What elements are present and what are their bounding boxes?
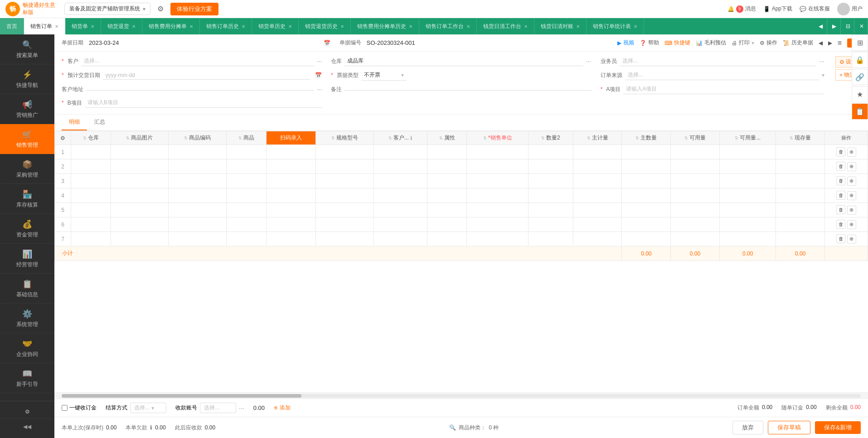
view-video-btn[interactable]: ▶ 视频 [617,39,634,47]
cell-product-code[interactable] [169,217,227,232]
cell-product-code[interactable] [169,203,227,217]
cell-product-code[interactable] [169,145,227,159]
delete-icon[interactable]: 🗑 [836,162,845,171]
cell-qty2[interactable] [529,159,573,174]
cell-product-image[interactable] [111,159,169,174]
cell-available[interactable] [671,217,720,232]
calendar-icon[interactable]: 📅 [315,72,322,78]
table-wrapper[interactable]: ⚙ ⇅仓库 ⇅商品图片 ⇅商品编码 [54,131,868,392]
order-source-input[interactable]: 选择... [625,70,819,80]
account-select[interactable]: 选择... [200,403,236,413]
cell-current[interactable] [776,232,825,246]
delete-icon[interactable]: 🗑 [836,191,845,200]
cell-spec[interactable] [316,174,374,188]
delete-icon[interactable]: 🗑 [836,147,845,156]
cell-available[interactable] [671,188,720,203]
cell-available2[interactable] [719,203,776,217]
cell-main-qty[interactable] [622,174,671,188]
side-star-btn[interactable]: ★ [852,86,868,102]
close-icon[interactable]: ✕ [242,24,245,29]
copy-icon[interactable]: ⊕ [847,220,856,229]
shortcut-btn[interactable]: ⌨ 快捷键 [664,39,690,47]
sidebar-item-quicknav[interactable]: ⚡ 快捷导航 [0,64,54,94]
close-icon[interactable]: ✕ [466,24,470,29]
table-row[interactable]: 7 🗑 ⊕ [55,232,868,246]
th-product[interactable]: ⇅商品 [227,131,267,145]
cell-unit[interactable] [467,174,529,188]
cell-main-qty[interactable] [622,217,671,232]
cell-product-image[interactable] [111,203,169,217]
customer-input[interactable]: 选择... [81,56,314,66]
copy-icon[interactable]: ⊕ [847,206,856,215]
cell-action[interactable]: 🗑 ⊕ [825,159,868,174]
cell-main-qty[interactable] [622,159,671,174]
sidebar-item-finance[interactable]: 💰 资金管理 [0,214,54,244]
cell-customer-code[interactable] [374,203,427,217]
th-current[interactable]: ⇅现存量 [776,131,825,145]
cell-product-image[interactable] [111,188,169,203]
cell-product-image[interactable] [111,217,169,232]
cell-product[interactable] [227,217,267,232]
ticket-type-select[interactable]: 不开票 ▾ [361,70,407,81]
operation-btn[interactable]: ⚙ 操作 [760,39,777,47]
cell-unit[interactable] [467,145,529,159]
close-icon[interactable]: ✕ [288,24,292,29]
th-available[interactable]: ⇅可用量 [671,131,720,145]
side-lock-btn[interactable]: 🔒 [852,52,868,68]
cell-available2[interactable] [719,174,776,188]
cell-customer-code[interactable] [374,159,427,174]
cell-attribute[interactable] [427,232,467,246]
cell-current[interactable] [776,217,825,232]
tab-bill-history[interactable]: 销货单历史 ✕ [252,18,299,34]
cell-current[interactable] [776,203,825,217]
copy-icon[interactable]: ⊕ [847,191,856,200]
cell-product-image[interactable] [111,232,169,246]
tab-sales-stats[interactable]: 销售订单统计表 ✕ [587,18,644,34]
side-grid-btn[interactable]: ⊞ [852,34,868,51]
app-download-btn[interactable]: 📱 App下载 [763,5,792,13]
one-click-checkbox[interactable]: 一键收订金 [62,404,97,412]
tab-sales-bill[interactable]: 销货单 ✕ [65,18,101,34]
cell-customer-code[interactable] [374,145,427,159]
cell-customer-code[interactable] [374,232,427,246]
cell-attribute[interactable] [427,145,467,159]
cell-action[interactable]: 🗑 ⊕ [825,188,868,203]
cell-spec[interactable] [316,203,374,217]
close-icon[interactable]: ✕ [634,24,637,29]
sidebar-item-enterprise[interactable]: 🤝 企业协同 [0,333,54,363]
cell-action[interactable]: 🗑 ⊕ [825,145,868,159]
cell-available2[interactable] [719,159,776,174]
cell-unit[interactable] [467,217,529,232]
sidebar-item-base[interactable]: 📋 基础信息 [0,274,54,303]
cell-main-unit[interactable] [573,174,622,188]
table-row[interactable]: 4 🗑 ⊕ [55,188,868,203]
tab-expense-history[interactable]: 销售费用分摊单历史 ✕ [351,18,419,34]
cell-main-qty[interactable] [622,203,671,217]
delete-icon[interactable]: 🗑 [836,176,845,185]
cell-warehouse[interactable] [71,159,111,174]
cell-qty2[interactable] [529,203,573,217]
cell-available2[interactable] [719,188,776,203]
copy-icon[interactable]: ⊕ [847,177,856,186]
th-available2[interactable]: ⇅可用量... [719,131,776,145]
cell-qty2[interactable] [529,232,573,246]
cell-scan[interactable] [266,145,315,159]
cell-warehouse[interactable] [71,188,111,203]
tab-expense-split[interactable]: 销售费用分摊单 ✕ [142,18,200,34]
table-row[interactable]: 3 🗑 ⊕ [55,174,868,188]
warehouse-value[interactable]: 成品库 [344,56,583,66]
save-new-button[interactable]: 保存&新增 [815,421,861,434]
cell-scan[interactable] [266,159,315,174]
cell-attribute[interactable] [427,188,467,203]
copy-icon[interactable]: ⊕ [847,148,856,157]
cell-unit[interactable] [467,188,529,203]
cell-main-qty[interactable] [622,145,671,159]
sidebar-item-sales[interactable]: 🛒 销售管理 [0,124,54,154]
th-main-unit[interactable]: ⇅主计量 [573,131,622,145]
delete-icon[interactable]: 🗑 [836,234,845,243]
table-row[interactable]: 5 🗑 ⊕ [55,203,868,217]
tab-order-workbench[interactable]: 销售订单工作台 ✕ [419,18,477,34]
salesperson-input[interactable]: 选择... [620,56,817,66]
sidebar-item-search[interactable]: 🔍 搜索菜单 [0,34,54,64]
cell-warehouse[interactable] [71,145,111,159]
